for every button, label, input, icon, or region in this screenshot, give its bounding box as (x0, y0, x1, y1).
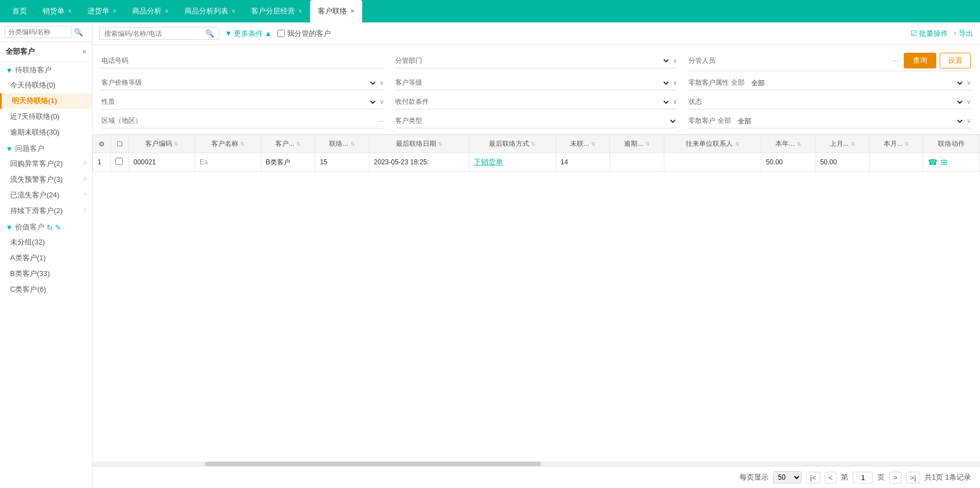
sidebar: 🔍 全部客户 « ▼ 待联络客户 今天待联络(0) 明天待联络(1) 近7天待联… (0, 22, 93, 488)
horizontal-scrollbar[interactable] (93, 462, 980, 466)
filter-icon: ▼ (225, 29, 232, 38)
nav-close-purchase[interactable]: × (113, 7, 117, 15)
sidebar-item-declining[interactable]: 持续下滑客户(2) ? (0, 203, 92, 219)
sidebar-item-b-class[interactable]: B类客户(33) (0, 266, 92, 282)
content-area: 🔍 ▼ 更多条件 ▲ 我分管的客户 ☑ 批量操作 ↑ 导出 (93, 22, 980, 488)
query-btn[interactable]: 查询 (904, 53, 936, 68)
set-btn[interactable]: 设置 (940, 53, 971, 68)
sidebar-item-churned[interactable]: 已流失客户(24) ? (0, 187, 92, 203)
filter-price-level-select[interactable] (146, 79, 377, 88)
page-label: 第 (841, 472, 848, 482)
manager-dots-icon[interactable]: ··· (893, 57, 898, 65)
th-gear[interactable]: ⚙ (93, 135, 111, 153)
th-this-month[interactable]: 本月... ⇅ (870, 135, 923, 153)
filter-retail-customer-select[interactable]: 全部 (736, 117, 964, 126)
th-this-year[interactable]: 本年... ⇅ (761, 135, 815, 153)
export-icon: ↑ (954, 29, 958, 38)
filter-nature-select[interactable] (119, 98, 377, 107)
action-phone-icon[interactable]: ☎ (928, 158, 937, 167)
search-input[interactable] (104, 30, 205, 38)
search-execute-icon[interactable]: 🔍 (205, 29, 214, 38)
sidebar-item-a-class[interactable]: A类客户(1) (0, 250, 92, 266)
next-page-btn[interactable]: > (889, 472, 902, 484)
sidebar-all-customers[interactable]: 全部客户 « (0, 42, 92, 62)
my-customers-checkbox[interactable] (278, 30, 285, 37)
filter-retail-customer: 零散客户 全部 全部 ∨ (688, 114, 971, 128)
sidebar-collapse-icon[interactable]: « (82, 48, 86, 56)
nav-customer-contact[interactable]: 客户联络 × (310, 0, 362, 22)
td-name[interactable]: Ea (195, 153, 261, 172)
batch-operations-btn[interactable]: ☑ 批量操作 (910, 29, 948, 39)
filter-phone-input[interactable] (133, 57, 384, 65)
th-code[interactable]: 客户编码 ⇅ (129, 135, 195, 153)
th-contact[interactable]: 联络... ⇅ (315, 135, 369, 153)
th-no-contact[interactable]: 未联... ⇅ (556, 135, 609, 153)
td-check[interactable] (111, 153, 129, 172)
th-overdue[interactable]: 逾期... ⇅ (610, 135, 664, 153)
filter-status-select[interactable] (706, 98, 964, 107)
my-customers-checkbox-wrap: 我分管的客户 (278, 29, 331, 39)
value-refresh-icon[interactable]: ↻ (47, 223, 53, 232)
filter-region-input[interactable] (146, 117, 376, 125)
td-no-contact: 14 (556, 153, 609, 172)
filter-customer-level-select[interactable] (427, 79, 671, 88)
filter-customer-type-select[interactable] (427, 117, 678, 126)
filter-retail-attr-select[interactable]: 全部 (749, 79, 964, 88)
th-type[interactable]: 客户... ⇅ (261, 135, 315, 153)
th-name[interactable]: 客户名称 ⇅ (195, 135, 261, 153)
filter-manager-input[interactable] (720, 57, 890, 65)
filter-price-level: 客户价格等级 ∨ (101, 76, 384, 90)
nav-customer-segmentation[interactable]: 客户分层经营 × (243, 0, 310, 22)
sidebar-section-value: ▼ 价值客户 ↻ ✎ (0, 219, 92, 234)
per-page-select[interactable]: 50 20 100 (773, 471, 802, 484)
nav-close-contact[interactable]: × (350, 7, 354, 15)
scrollbar-thumb[interactable] (205, 462, 541, 466)
sidebar-item-ungrouped[interactable]: 未分组(32) (0, 234, 92, 250)
page-unit: 页 (877, 472, 885, 482)
sidebar-item-overdue-contact[interactable]: 逾期未联络(30) (0, 125, 92, 140)
th-contact-person[interactable]: 往来单位联系人 ⇅ (664, 135, 761, 153)
nav-close-segment[interactable]: × (298, 7, 302, 15)
prev-page-btn[interactable]: < (825, 472, 837, 484)
th-last-month[interactable]: 上月... ⇅ (815, 135, 869, 153)
sidebar-item-tomorrow-pending[interactable]: 明天待联络(1) (0, 93, 92, 109)
th-last-contact-method[interactable]: 最后联络方式 ⇅ (469, 135, 556, 153)
filter-payment-select[interactable] (433, 98, 671, 107)
filter-dept-select[interactable] (427, 56, 671, 65)
sidebar-search-icon[interactable]: 🔍 (74, 28, 83, 36)
page-number-input[interactable] (853, 472, 873, 484)
filter-row-1: 电话号码 分管部门 ∨ 分管人员 ··· 查询 设置 (101, 50, 971, 71)
nav-sales-order[interactable]: 销货单 × (35, 0, 80, 22)
td-last-contact-method[interactable]: 下销货单 (469, 153, 556, 172)
sidebar-item-today-pending[interactable]: 今天待联络(0) (0, 77, 92, 93)
last-page-btn[interactable]: >| (906, 472, 920, 484)
sidebar-item-c-class[interactable]: C类客户(6) (0, 282, 92, 297)
th-check[interactable]: ☐ (111, 135, 129, 153)
filter-customer-level: 客户等级 ∨ (395, 76, 678, 90)
more-conditions-btn[interactable]: ▼ 更多条件 ▲ (225, 29, 272, 39)
th-last-contact-date[interactable]: 最后联络日期 ⇅ (369, 135, 469, 153)
sidebar-item-abnormal-repurchase[interactable]: 回购异常客户(2) ? (0, 156, 92, 172)
sidebar-item-churn-warning[interactable]: 流失预警客户(3) ? (0, 172, 92, 187)
td-contact-person (664, 153, 761, 172)
td-action: ☎ ⊞ (923, 153, 980, 172)
action-grid-icon[interactable]: ⊞ (941, 158, 947, 167)
nav-close-sales[interactable]: × (68, 7, 72, 15)
nav-close-product[interactable]: × (165, 7, 169, 15)
pagination: 每页显示 50 20 100 |< < 第 页 > >| 共1页 1条记录 (93, 466, 980, 488)
nav-purchase[interactable]: 进货单 × (80, 0, 124, 22)
value-edit-icon[interactable]: ✎ (55, 223, 61, 232)
retail-customer-arrow-icon: ∨ (967, 117, 971, 125)
search-input-wrap: 🔍 (99, 27, 219, 40)
filter-dept: 分管部门 ∨ (395, 54, 678, 68)
sidebar-item-7days-pending[interactable]: 近7天待联络(0) (0, 109, 92, 125)
export-btn[interactable]: ↑ 导出 (954, 29, 974, 39)
filter-area: 电话号码 分管部门 ∨ 分管人员 ··· 查询 设置 (93, 45, 980, 135)
nav-close-list[interactable]: × (232, 7, 235, 15)
nav-product-analysis[interactable]: 商品分析 × (124, 0, 177, 22)
region-dots-icon[interactable]: ··· (378, 117, 384, 125)
nav-product-analysis-list[interactable]: 商品分析列表 × (177, 0, 243, 22)
first-page-btn[interactable]: |< (806, 472, 820, 484)
sidebar-search-input[interactable] (4, 26, 72, 38)
nav-home[interactable]: 首页 (4, 0, 35, 22)
